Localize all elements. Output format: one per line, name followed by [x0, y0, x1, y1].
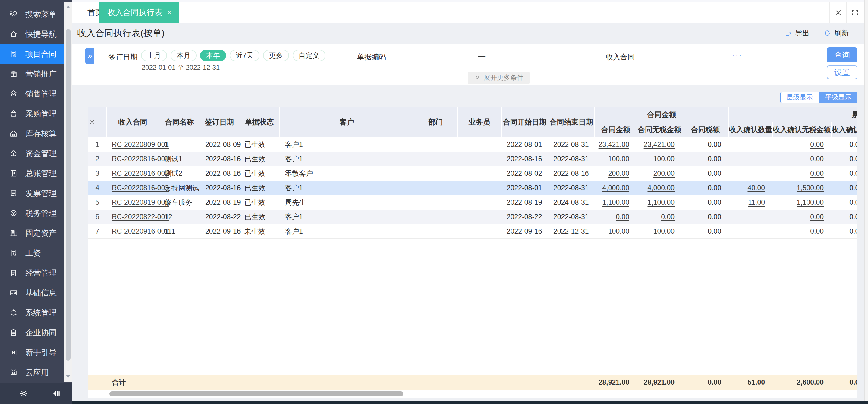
amount-link[interactable]: 4,000.00	[647, 184, 675, 192]
hierarchy-display-button[interactable]: 层级显示	[780, 92, 819, 103]
amount-link[interactable]: 23,421.00	[644, 141, 675, 148]
amount-link[interactable]: 0.00	[810, 169, 824, 177]
sidebar-item-invoice[interactable]: 发票管理	[0, 183, 64, 203]
filter-collapse-button[interactable]: »	[85, 48, 94, 64]
sidebar-item-warehouse[interactable]: 库存核算	[0, 124, 64, 144]
amount-link[interactable]: 0.00	[810, 227, 824, 235]
column-header[interactable]: 合同金额	[595, 122, 637, 137]
amount-link[interactable]: 0.00	[661, 213, 675, 221]
sidebar-item-salary[interactable]: 工资	[0, 243, 64, 263]
column-header[interactable]: 签订日期	[200, 107, 239, 137]
sidebar-item-home[interactable]: 快捷导航	[0, 24, 64, 44]
expand-more-conditions-button[interactable]: 展开更多条件	[468, 72, 530, 84]
tab-close-icon[interactable]: ×	[167, 8, 172, 17]
column-header[interactable]: 合同结束日期	[548, 107, 595, 137]
column-header[interactable]: 收入确认税额	[831, 122, 858, 137]
sidebar-scrollbar[interactable]	[64, 2, 72, 382]
date-range-value[interactable]: 2022-01-01 至 2022-12-31	[142, 63, 220, 72]
horizontal-scrollbar-thumb[interactable]	[110, 391, 403, 396]
vertical-scrollbar[interactable]	[864, 0, 868, 401]
column-header[interactable]: 业务员	[458, 107, 501, 137]
amount-link[interactable]: 0.00	[810, 141, 824, 148]
refresh-button[interactable]: 刷新	[824, 28, 849, 38]
flat-display-button[interactable]: 平级显示	[819, 92, 858, 103]
scroll-down-arrow-icon[interactable]	[66, 375, 70, 378]
date-pill[interactable]: 更多	[263, 50, 289, 61]
doc-code-to-input[interactable]	[500, 47, 578, 60]
settings-gear-icon[interactable]	[19, 388, 29, 399]
amount-link[interactable]: 1,500.00	[797, 184, 824, 192]
amount-link[interactable]: 0.00	[810, 213, 824, 221]
fullscreen-icon[interactable]	[846, 2, 863, 23]
sidebar-item-sales[interactable]: 销售管理	[0, 84, 64, 104]
table-row[interactable]: 7RC-20220916-0011112022-09-16未生效客户12022-…	[88, 224, 858, 239]
date-pill[interactable]: 本年	[200, 50, 226, 61]
sidebar-item-contract[interactable]: 项目合同	[0, 44, 64, 64]
sidebar-item-bag[interactable]: 采购管理	[0, 104, 64, 124]
horizontal-scrollbar[interactable]	[88, 390, 858, 398]
tab-income-contract-report[interactable]: 收入合同执行表 ×	[99, 2, 179, 23]
sidebar-item-system[interactable]: 系统管理	[0, 303, 64, 322]
query-button[interactable]: 查询	[827, 47, 858, 62]
date-pill[interactable]: 自定义	[293, 50, 326, 61]
amount-link[interactable]: 100.00	[608, 155, 629, 163]
contract-code-link[interactable]: RC-20220916-001	[112, 227, 169, 235]
table-row[interactable]: 2RC-20220816-001测试12022-08-16已生效客户12022-…	[88, 152, 858, 166]
column-header[interactable]: 部门	[414, 107, 458, 137]
column-header[interactable]: 收入确认无税金额	[772, 122, 831, 137]
contract-code-link[interactable]: RC-20220816-003	[112, 184, 169, 192]
table-row[interactable]: 3RC-20220816-002测试22022-08-16已生效零散客户2022…	[88, 166, 858, 181]
collapse-sidebar-icon[interactable]	[51, 388, 61, 399]
date-pill[interactable]: 本月	[170, 50, 196, 61]
column-header[interactable]: 合同税额	[682, 122, 729, 137]
more-options-ellipsis-icon[interactable]: ···	[733, 51, 742, 60]
amount-link[interactable]: 200.00	[608, 169, 629, 177]
date-pill[interactable]: 上月	[141, 50, 167, 61]
column-header[interactable]: 单据状态	[239, 107, 280, 137]
date-pill[interactable]: 近7天	[230, 50, 259, 61]
table-row[interactable]: 4RC-20220816-003支持网测试2022-08-16已生效客户1202…	[88, 181, 858, 195]
contract-code-link[interactable]: RC-20220822-001	[112, 213, 169, 221]
sidebar-item-idcard[interactable]: 基础信息	[0, 283, 64, 303]
contract-code-link[interactable]: RC-20220816-001	[112, 155, 169, 163]
sidebar-item-collab[interactable]: 企业协同	[0, 322, 64, 342]
export-button[interactable]: 导出	[784, 28, 809, 38]
amount-link[interactable]: 23,421.00	[598, 141, 629, 148]
sidebar-item-guide[interactable]: 新手引导	[0, 342, 64, 363]
amount-link[interactable]: 1,100.00	[647, 198, 675, 206]
amount-link[interactable]: 0.00	[810, 155, 824, 163]
sidebar-item-moneybag[interactable]: 资金管理	[0, 144, 64, 163]
income-contract-input[interactable]	[647, 47, 729, 60]
amount-link[interactable]: 100.00	[608, 227, 629, 235]
doc-code-from-input[interactable]	[392, 47, 470, 60]
table-row[interactable]: 1RC-20220809-00112022-08-09已生效客户12022-08…	[88, 137, 858, 152]
sidebar-item-clipboard[interactable]: 经营管理	[0, 263, 64, 283]
column-header[interactable]: 合同开始日期	[501, 107, 548, 137]
amount-link[interactable]: 1,100.00	[797, 198, 824, 206]
amount-link[interactable]: 200.00	[653, 169, 675, 177]
amount-link[interactable]: 0.00	[616, 213, 629, 221]
column-header[interactable]: 合同名称	[159, 107, 200, 137]
contract-code-link[interactable]: RC-20220819-001	[112, 198, 169, 206]
column-header[interactable]: 收入确认数量	[729, 122, 772, 137]
sidebar-item-cloudapp[interactable]: 云应用	[0, 363, 64, 382]
column-header[interactable]: 收入合同	[106, 107, 159, 137]
column-settings-gear-icon[interactable]	[88, 107, 106, 137]
amount-link[interactable]: 11.00	[748, 198, 765, 206]
sidebar-item-building[interactable]: 固定资产	[0, 223, 64, 243]
sidebar-item-tax[interactable]: 税务管理	[0, 203, 64, 223]
amount-link[interactable]: 100.00	[653, 227, 675, 235]
sidebar-item-search[interactable]: 搜索菜单	[0, 4, 64, 24]
amount-link[interactable]: 1,100.00	[602, 198, 629, 206]
amount-link[interactable]: 40.00	[747, 184, 765, 192]
column-header[interactable]: 客户	[280, 107, 414, 137]
column-header[interactable]: 合同无税金额	[637, 122, 682, 137]
settings-button[interactable]: 设置	[827, 65, 858, 79]
sidebar-item-ledger[interactable]: 总账管理	[0, 163, 64, 183]
scroll-up-arrow-icon[interactable]	[66, 5, 70, 8]
amount-link[interactable]: 100.00	[653, 155, 675, 163]
close-icon[interactable]	[830, 2, 846, 23]
table-row[interactable]: 5RC-20220819-001修车服务2022-08-19已生效周先生2022…	[88, 195, 858, 210]
sidebar-item-gift[interactable]: 营销推广	[0, 64, 64, 84]
amount-link[interactable]: 4,000.00	[602, 184, 629, 192]
